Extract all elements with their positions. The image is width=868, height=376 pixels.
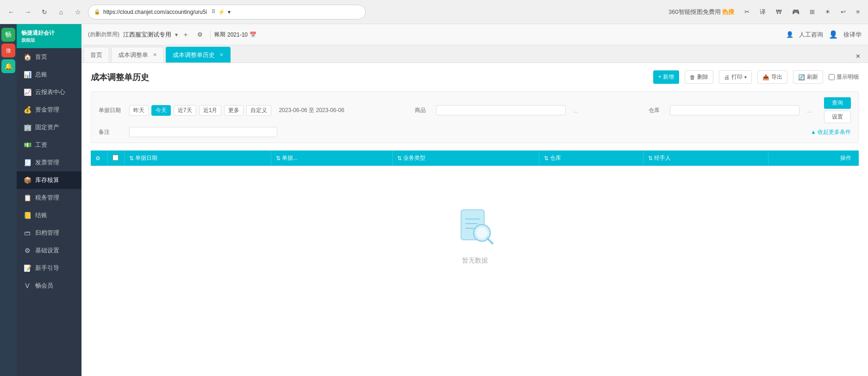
sort-warehouse[interactable]: ⇅ 仓库: [544, 154, 561, 162]
sidebar-item-inventory[interactable]: 📦 库存核算: [17, 171, 81, 189]
sort-number[interactable]: ⇅ 单据...: [276, 154, 298, 162]
sidebar-item-label: 基础设置: [35, 246, 59, 255]
sidebar-item-invoice[interactable]: 🧾 发票管理: [17, 154, 81, 171]
col-date[interactable]: ⇅ 单据日期: [124, 150, 271, 166]
grid-icon[interactable]: ⊞: [806, 6, 818, 17]
menu-icon[interactable]: ≡: [852, 6, 863, 17]
company-settings-button[interactable]: ⚙: [194, 29, 206, 40]
tab-cost-adjust-label: 成本调整单: [118, 51, 148, 59]
forward-button[interactable]: →: [21, 6, 34, 19]
app-icons-panel: 畅 微 🔔: [0, 24, 17, 376]
col-business-type[interactable]: ⇅ 业务类型: [393, 150, 539, 166]
game-icon[interactable]: 🎮: [788, 6, 803, 17]
display-cols-checkbox[interactable]: [829, 74, 835, 80]
page-area: 成本调整单历史 + 新增 🗑 删除 🖨 打印 ▾ 📤 导出: [81, 63, 868, 376]
date-yesterday[interactable]: 昨天: [129, 105, 149, 116]
sort-icon: ⇅: [544, 155, 549, 162]
scissors-icon[interactable]: ✂: [741, 6, 753, 17]
sort-handler[interactable]: ⇅ 经手人: [648, 154, 671, 162]
warehouse-filter-input[interactable]: [670, 105, 799, 115]
sort-icon: ⇅: [397, 155, 402, 162]
reload-button[interactable]: ↻: [38, 6, 51, 19]
col-settings[interactable]: ⚙: [91, 150, 107, 166]
sidebar-item-home[interactable]: 🏠 首页: [17, 48, 81, 66]
date-more[interactable]: 更多: [224, 105, 244, 116]
translate-icon[interactable]: 译: [756, 6, 769, 18]
close-all-tabs-button[interactable]: ✕: [851, 50, 864, 63]
search-button[interactable]: 查询: [824, 97, 851, 109]
ssl-icon: 🔒: [94, 9, 100, 15]
app-icon-notification[interactable]: 🔔: [1, 59, 15, 73]
display-cols-label[interactable]: 显示明细: [829, 73, 859, 81]
sort-date[interactable]: ⇅ 单据日期: [129, 154, 157, 162]
sidebar-item-guide[interactable]: 📝 新手引导: [17, 259, 81, 277]
home-button[interactable]: ⌂: [55, 6, 68, 19]
setting-button[interactable]: 设置: [824, 111, 851, 123]
collapse-btn[interactable]: ▲ 收起更多条件: [811, 128, 851, 136]
sort-business-type[interactable]: ⇅ 业务类型: [397, 154, 425, 162]
date-1month[interactable]: 近1月: [199, 105, 222, 116]
tab-cost-adjust-history-close[interactable]: ✕: [219, 52, 224, 58]
col-number[interactable]: ⇅ 单据...: [271, 150, 393, 166]
wallet-icon[interactable]: ₩: [772, 6, 786, 17]
address-bar[interactable]: 🔒 https://cloud.chanjet.com/accounting/u…: [88, 5, 366, 19]
sidebar-item-accounting[interactable]: 📊 总账: [17, 66, 81, 83]
user-service-btn[interactable]: 人工咨询: [799, 31, 823, 39]
company-dropdown[interactable]: ▾: [175, 31, 178, 38]
tab-cost-adjust-close[interactable]: ✕: [153, 52, 157, 58]
sidebar-item-reports[interactable]: 📈 云报表中心: [17, 83, 81, 101]
page-title: 成本调整单历史: [91, 72, 149, 83]
app-icon-main[interactable]: 畅: [1, 28, 15, 42]
date-7days[interactable]: 近7天: [174, 105, 196, 116]
goods-more-btn[interactable]: ...: [573, 107, 578, 114]
company-name: 江西服宝测试专用: [123, 31, 171, 39]
delete-button[interactable]: 🗑 删除: [685, 70, 713, 84]
sidebar: 畅捷通好会计 旗舰版 🏠 首页 📊 总账 📈 云报表中心 💰 资金管理 🏢 固定…: [17, 24, 81, 376]
back-button[interactable]: ←: [5, 6, 18, 19]
tab-cost-adjust[interactable]: 成本调整单 ✕: [111, 47, 164, 63]
period-label: 账期: [214, 31, 225, 38]
search-extension[interactable]: 360智能抠图免费用 热搜: [665, 6, 738, 18]
tab-home[interactable]: 首页: [83, 47, 109, 63]
home-icon: 🏠: [23, 53, 31, 61]
tab-cost-adjust-history[interactable]: 成本调整单历史 ✕: [166, 47, 231, 63]
export-button[interactable]: 📤 导出: [757, 70, 787, 84]
sidebar-item-payroll[interactable]: 💵 工资: [17, 136, 81, 154]
data-table: ⚙ ⇅ 单据日期 ⇅: [91, 150, 859, 302]
export-icon: 📤: [762, 74, 769, 81]
refresh-button[interactable]: 🔄 刷新: [793, 70, 823, 84]
user-name[interactable]: 徐译华: [843, 31, 862, 39]
brightness-icon[interactable]: ☀: [821, 6, 834, 17]
col-checkbox[interactable]: [107, 150, 124, 166]
table-header: ⚙ ⇅ 单据日期 ⇅: [91, 150, 859, 166]
new-button[interactable]: + 新增: [653, 70, 679, 84]
browser-apps-icon: ⠿: [212, 9, 215, 15]
invoice-icon: 🧾: [23, 159, 31, 166]
sidebar-item-funds[interactable]: 💰 资金管理: [17, 101, 81, 119]
goods-filter-input[interactable]: [436, 105, 566, 115]
app-icon-weibo[interactable]: 微: [1, 44, 15, 57]
star-button[interactable]: ☆: [71, 6, 84, 19]
sidebar-item-fixed-assets[interactable]: 🏢 固定资产: [17, 119, 81, 136]
sidebar-item-archive[interactable]: 🗃 归档管理: [17, 224, 81, 242]
col-handler[interactable]: ⇅ 经手人: [643, 150, 768, 166]
sidebar-item-tax[interactable]: 📋 税务管理: [17, 189, 81, 207]
select-all-checkbox[interactable]: [112, 155, 119, 161]
col-warehouse[interactable]: ⇅ 仓库: [539, 150, 643, 166]
collapse-label: 收起更多条件: [818, 128, 851, 136]
undo-icon[interactable]: ↩: [837, 6, 849, 17]
sidebar-item-close[interactable]: 📒 结账: [17, 207, 81, 224]
add-company-button[interactable]: ＋: [181, 30, 190, 40]
tab-home-label: 首页: [90, 51, 102, 59]
print-button[interactable]: 🖨 打印 ▾: [719, 70, 752, 84]
sidebar-item-settings[interactable]: ⚙ 基础设置: [17, 242, 81, 259]
note-filter-input[interactable]: [129, 127, 277, 137]
warehouse-more-btn[interactable]: ...: [807, 107, 812, 114]
date-today[interactable]: 今天: [151, 105, 171, 116]
accounting-icon: 📊: [23, 71, 31, 78]
service-icon: 👤: [786, 31, 793, 38]
date-custom[interactable]: 自定义: [246, 105, 271, 116]
calendar-icon[interactable]: 📅: [250, 31, 256, 38]
tab-cost-adjust-history-label: 成本调整单历史: [173, 51, 215, 59]
sidebar-item-vip[interactable]: V 畅会员: [17, 277, 81, 295]
